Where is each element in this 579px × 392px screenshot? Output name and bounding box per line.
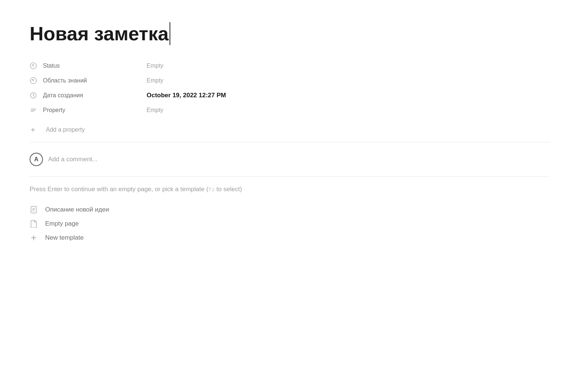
- page-container: Новая заметка Status Empty: [30, 22, 549, 244]
- status-icon: [30, 62, 43, 70]
- document-icon: [30, 220, 40, 228]
- template-empty-page-label: Empty page: [45, 220, 79, 227]
- knowledge-area-value: Empty: [147, 77, 163, 84]
- add-property-row[interactable]: Add a property: [30, 124, 549, 136]
- comment-row[interactable]: A Add a comment...: [30, 148, 549, 170]
- property-row[interactable]: Property Empty: [30, 103, 549, 118]
- divider-2: [30, 176, 549, 177]
- created-date-label: Дата создания: [43, 92, 147, 99]
- created-date-value: October 19, 2022 12:27 PM: [147, 92, 226, 99]
- template-idea-label: Описание новой идеи: [45, 206, 109, 213]
- clock-icon: [30, 92, 43, 99]
- status-value: Empty: [147, 62, 163, 69]
- template-new-template-label: New template: [45, 234, 84, 241]
- tag-icon: [30, 77, 43, 84]
- template-list: Описание новой идеи Empty page New templ…: [30, 203, 549, 244]
- template-item-empty-page[interactable]: Empty page: [30, 217, 549, 230]
- property-label: Property: [43, 107, 147, 114]
- new-template-plus-icon: [30, 234, 40, 242]
- comment-placeholder: Add a comment...: [48, 156, 97, 163]
- document-lines-icon: [30, 206, 40, 214]
- add-property-label: Add a property: [46, 126, 85, 133]
- created-date-property-row[interactable]: Дата создания October 19, 2022 12:27 PM: [30, 88, 549, 103]
- knowledge-area-label: Область знаний: [43, 77, 147, 84]
- template-item-new-template[interactable]: New template: [30, 232, 549, 244]
- text-icon: [30, 107, 43, 114]
- status-label: Status: [43, 62, 147, 69]
- property-value: Empty: [147, 107, 163, 114]
- hint-text: Press Enter to continue with an empty pa…: [30, 186, 549, 193]
- add-property-plus-icon: [30, 126, 43, 133]
- divider-1: [30, 142, 549, 142]
- status-property-row[interactable]: Status Empty: [30, 58, 549, 73]
- template-item-idea[interactable]: Описание новой идеи: [30, 203, 549, 216]
- knowledge-area-property-row[interactable]: Область знаний Empty: [30, 73, 549, 88]
- page-title[interactable]: Новая заметка: [30, 22, 549, 45]
- avatar: A: [30, 153, 43, 166]
- properties-section: Status Empty Область знаний Empty: [30, 58, 549, 118]
